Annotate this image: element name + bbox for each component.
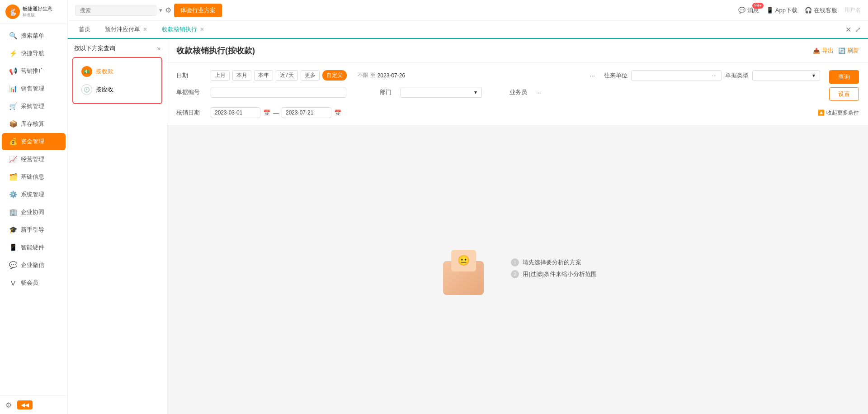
inventory-icon: 📦 [9,120,17,128]
staff-more[interactable]: ··· [536,89,541,96]
topbar-dropdown-icon[interactable]: ▾ [159,7,162,14]
finance-icon: 💰 [9,138,17,146]
page-actions: 📤 导出 🔄 刷新 [813,47,859,55]
topbar-solution-button[interactable]: 体验行业方案 [174,4,222,17]
date-value: 2023-07-26 [377,72,405,79]
message-icon: 💬 [738,7,745,14]
topbar-user[interactable]: 用户名 [844,6,861,14]
sidebar-item-guide[interactable]: 🎓 新手引导 [2,221,66,238]
writeoff-start-calendar-icon[interactable]: 📅 [263,109,270,116]
sidebar-item-quicknav[interactable]: ⚡ 快捷导航 [2,45,66,62]
date-btn-7days[interactable]: 近7天 [276,70,298,81]
topbar-app-download[interactable]: 📱 App下载 [766,6,797,14]
purchase-icon: 🛒 [9,102,17,110]
topbar-gear-icon[interactable]: ⚙ [165,6,171,14]
trading-partner-label: 往来单位 [604,71,627,80]
sidebar-item-purchase[interactable]: 🛒 采购管理 [2,98,66,115]
topbar-left: ▾ ⚙ 体验行业方案 [75,4,734,17]
sidebar-item-label: 企业协同 [21,208,44,216]
writeoff-end-calendar-icon[interactable]: 📅 [334,109,341,116]
sidebar-item-inventory[interactable]: 📦 库存核算 [2,115,66,133]
writeoff-end-input[interactable] [282,107,331,118]
filter-row-date: 日期 上月 本月 本年 近7天 更多 自定义 不限 至 [176,70,595,81]
step-2-text: 用[过滤]条件来缩小分析范围 [523,270,596,278]
service-icon: 🎧 [805,7,812,14]
app-logo: 🐇 畅捷通好生意 标准版 [0,0,67,24]
date-btn-more[interactable]: 更多 [301,70,320,81]
date-btn-this-year[interactable]: 本年 [254,70,273,81]
query-button[interactable]: 查询 [829,70,859,84]
trading-partner-more-icon: ··· [712,72,717,79]
doc-type-select[interactable]: ▾ [752,70,820,81]
panel-header: 按以下方案查询 » [68,44,167,57]
tab-close-all-icon[interactable]: ✕ [845,25,851,34]
enterprise-icon: 🏢 [9,208,17,216]
sidebar-item-member[interactable]: V 畅会员 [2,274,66,291]
writeoff-date-range: 📅 — 📅 [211,107,341,118]
date-btn-custom[interactable]: 自定义 [322,70,347,81]
tab-writeoff[interactable]: 收款核销执行 ✕ [155,21,212,39]
tabbar: 首页 预付冲应付单 ✕ 收款核销执行 ✕ ✕ ⤢ [68,21,868,39]
by-receivable-label: 按应收 [96,86,113,94]
step-2-num: 2 [511,270,519,278]
filter-row-docnum: 单据编号 部门 ▾ 业务员 ··· [176,87,595,98]
sidebar-item-operations[interactable]: 📈 经营管理 [2,151,66,168]
department-label: 部门 [355,88,392,96]
panel-collapse-icon[interactable]: » [157,45,160,52]
sidebar-item-finance[interactable]: 💰 资金管理 [2,133,66,150]
sidebar-item-system[interactable]: ⚙️ 系统管理 [2,186,66,203]
sidebar-collapse-button[interactable]: ◀◀ [17,400,33,409]
sidebar-item-basics[interactable]: 🗂️ 基础信息 [2,168,66,186]
department-select[interactable]: ▾ [401,87,482,98]
sidebar-item-label: 搜索菜单 [21,32,44,40]
sidebar-item-label: 系统管理 [21,190,44,199]
empty-state: 😐 1 请先选择要分析的方案 2 用[过滤]条件来缩小分析范围 [167,126,868,414]
tab-expand-icon[interactable]: ⤢ [855,25,861,34]
left-panel: 按以下方案查询 » 💵 按收款 🕐 按应收 [68,39,167,414]
topbar-search-input[interactable] [75,5,156,16]
panel-item-by-receivable[interactable]: 🕐 按应收 [77,81,158,99]
date-label: 日期 [176,71,202,80]
date-options: 上月 本月 本年 近7天 更多 自定义 [211,70,347,81]
topbar-online-service[interactable]: 🎧 在线客服 [805,6,837,14]
sidebar-item-hardware[interactable]: 📱 智能硬件 [2,239,66,256]
sidebar-item-label: 资金管理 [21,138,44,146]
trading-partner-more[interactable]: ··· [590,72,595,79]
tab-prepay-close[interactable]: ✕ [143,26,147,33]
filter-trading-partner-row: 往来单位 ··· 单据类型 ▾ [604,70,820,81]
export-icon: 📤 [813,48,820,54]
tab-prepay-label: 预付冲应付单 [105,25,140,33]
content-area: 按以下方案查询 » 💵 按收款 🕐 按应收 收款核销执行(按收款) [68,39,868,414]
tab-home[interactable]: 首页 [71,21,98,39]
empty-illustration: 😐 [439,245,493,295]
date-btn-this-month[interactable]: 本月 [232,70,251,81]
sidebar-item-label: 智能硬件 [21,243,44,252]
topbar-message[interactable]: 💬 消息 99+ [738,6,759,14]
sidebar-item-sales[interactable]: 📊 销售管理 [2,80,66,97]
staff-label: 业务员 [491,88,527,96]
tab-writeoff-close[interactable]: ✕ [200,26,204,33]
doc-number-input[interactable] [211,87,346,98]
operations-icon: 📈 [9,155,17,163]
tab-prepay[interactable]: 预付冲应付单 ✕ [98,21,155,39]
sidebar-item-marketing[interactable]: 📢 营销推广 [2,62,66,80]
sidebar-item-enterprise[interactable]: 🏢 企业协同 [2,204,66,221]
setting-button[interactable]: 设置 [829,87,859,101]
date-btn-last-month[interactable]: 上月 [211,70,230,81]
panel-item-by-receipt[interactable]: 💵 按收款 [77,62,158,81]
topbar: ▾ ⚙ 体验行业方案 💬 消息 99+ 📱 App下载 🎧 在线客服 用户名 [68,0,868,21]
sidebar-item-wechat[interactable]: 💬 企业微信 [2,257,66,274]
tab-home-label: 首页 [79,25,90,33]
refresh-button[interactable]: 🔄 刷新 [838,47,859,55]
export-button[interactable]: 📤 导出 [813,47,834,55]
app-icon: 📱 [766,7,774,14]
sidebar-settings-icon[interactable]: ⚙ [5,401,12,409]
by-receipt-icon: 💵 [81,66,92,77]
doc-number-label: 单据编号 [176,88,202,96]
tabbar-actions: ✕ ⤢ [842,21,864,38]
collapse-more-button[interactable]: 🔼 收起更多条件 [818,109,859,117]
sidebar-item-search[interactable]: 🔍 搜索菜单 [2,27,66,44]
quicknav-icon: ⚡ [9,49,17,57]
writeoff-start-input[interactable] [211,107,260,118]
trading-partner-input[interactable]: ··· [631,70,722,81]
